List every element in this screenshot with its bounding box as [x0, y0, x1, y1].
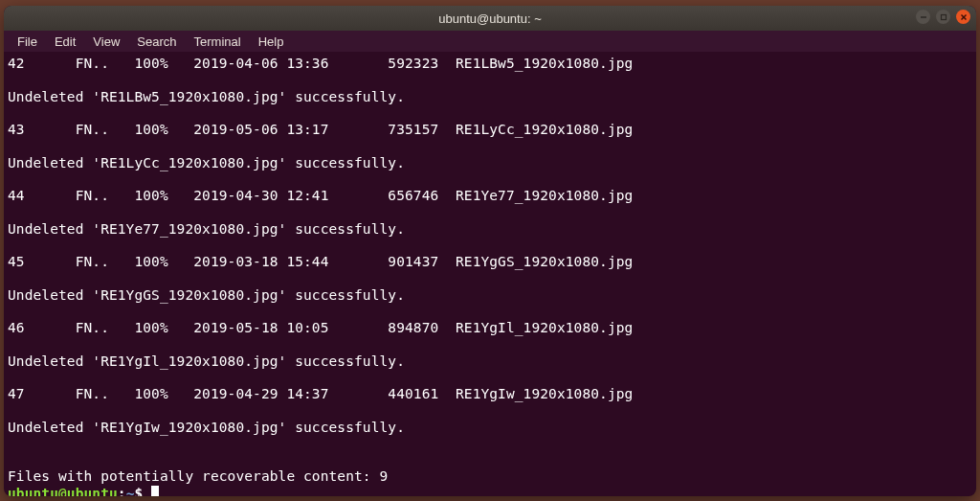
- prompt-user: ubuntu@ubuntu: [8, 486, 118, 497]
- menu-terminal[interactable]: Terminal: [187, 34, 249, 50]
- svg-rect-1: [941, 14, 946, 19]
- menubar: File Edit View Search Terminal Help: [4, 31, 976, 52]
- terminal-output[interactable]: 42 FN.. 100% 2019-04-06 13:36 592323 RE1…: [4, 52, 976, 496]
- cursor: [151, 486, 159, 497]
- prompt-sep: :: [118, 486, 126, 497]
- window-title: ubuntu@ubuntu: ~: [438, 11, 542, 26]
- menu-help[interactable]: Help: [251, 34, 292, 50]
- menu-view[interactable]: View: [85, 34, 127, 50]
- terminal-window: ubuntu@ubuntu: ~ File Edit View Search T…: [4, 6, 976, 496]
- window-controls: [916, 10, 970, 24]
- prompt-line[interactable]: ubuntu@ubuntu:~$: [8, 486, 972, 497]
- menu-file[interactable]: File: [10, 34, 45, 50]
- close-button[interactable]: [956, 10, 970, 24]
- menu-edit[interactable]: Edit: [47, 34, 83, 50]
- prompt-symbol: $: [134, 486, 151, 497]
- menu-search[interactable]: Search: [129, 34, 184, 50]
- maximize-button[interactable]: [936, 10, 950, 24]
- titlebar[interactable]: ubuntu@ubuntu: ~: [4, 6, 976, 31]
- minimize-button[interactable]: [916, 10, 930, 24]
